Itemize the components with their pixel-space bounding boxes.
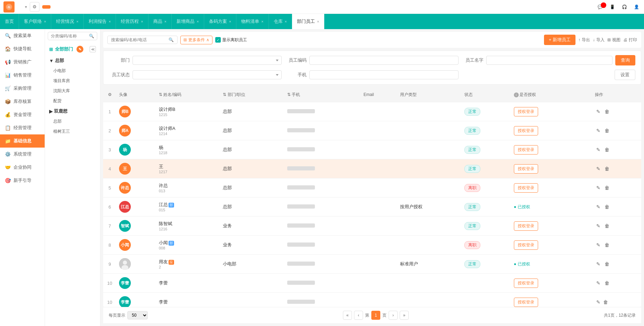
tab-operation[interactable]: 经营情况 × <box>51 14 83 29</box>
sidebar-item-quicknav[interactable]: 🏠 快捷导航 <box>0 42 45 55</box>
edit-button[interactable]: ✎ <box>595 299 602 306</box>
set-button[interactable]: 设置 <box>615 70 635 80</box>
tab-history[interactable]: 经营历程 × <box>116 14 148 29</box>
delete-button[interactable]: 🗑 <box>603 108 611 115</box>
th-phone[interactable]: ⇅ 手机 <box>284 87 361 102</box>
edit-button[interactable]: ✎ <box>595 280 602 287</box>
user-menu-button[interactable]: 👤 <box>634 5 641 9</box>
tab-barcode[interactable]: 条码方案 × <box>204 14 236 29</box>
sidebar-item-marketing[interactable]: 📢 营销推广 <box>0 55 45 69</box>
next-page-button[interactable]: › <box>389 311 398 320</box>
online-service-button[interactable]: 🎧 <box>622 5 628 9</box>
sidebar-item-system[interactable]: ⚙️ 系统管理 <box>0 148 45 161</box>
dept-group-zongbu[interactable]: ▼ 总部 <box>45 55 100 66</box>
all-dept-item[interactable]: ⊞ 全部部门 ✎ ≪ <box>45 43 100 55</box>
trial-button[interactable] <box>42 5 51 9</box>
show-retired-toggle[interactable]: ✓ 显示离职员工 <box>215 37 247 43</box>
delete-button[interactable]: 🗑 <box>603 222 611 229</box>
search-input[interactable] <box>111 37 166 42</box>
dept-search-box[interactable]: 🔍 <box>48 32 97 40</box>
auth-login-button[interactable]: 授权登录 <box>514 126 538 135</box>
delete-button[interactable]: 🗑 <box>603 165 611 172</box>
auth-login-button[interactable]: 授权登录 <box>514 145 538 155</box>
print-button[interactable]: 🖨 打印 <box>623 37 637 43</box>
more-filter-button[interactable]: ⊞ 更多条件 ∧ <box>180 36 212 44</box>
dept-collapse-button[interactable]: ≪ <box>90 46 96 52</box>
auth-login-button[interactable]: 授权登录 <box>514 107 538 116</box>
search-box[interactable]: 🔍 <box>107 36 178 44</box>
sidebar-item-inventory[interactable]: 📦 库存核算 <box>0 95 45 108</box>
tab-new-goods[interactable]: 新增商品 × <box>172 14 204 29</box>
edit-button[interactable]: ✎ <box>595 203 602 210</box>
edit-button[interactable]: ✎ <box>595 222 602 229</box>
edit-button[interactable]: ✎ <box>595 241 602 248</box>
sidebar-item-guide[interactable]: 🎯 新手引导 <box>0 174 45 187</box>
settings-gear-button[interactable]: ⚙ <box>30 2 39 12</box>
auth-login-button[interactable]: 授权登录 <box>514 221 538 231</box>
filter-input-emp-code[interactable] <box>309 56 459 65</box>
th-dept[interactable]: ⇅ 部门/职位 <box>220 87 284 102</box>
view-button[interactable]: ⊞ 视图 <box>607 37 620 43</box>
sidebar-item-purchase[interactable]: 🛒 采购管理 <box>0 82 45 95</box>
edit-button[interactable]: ✎ <box>595 108 602 115</box>
delete-button[interactable]: 🗑 <box>603 241 611 248</box>
dept-item-shenyang[interactable]: 沈阳大库 <box>45 86 100 96</box>
sidebar-item-collab[interactable]: 🤝 企业协同 <box>0 161 45 174</box>
auth-login-button[interactable]: 授权登录 <box>514 183 538 193</box>
tab-home[interactable]: 首页 <box>0 14 19 29</box>
tab-profit[interactable]: 利润报告 × <box>84 14 116 29</box>
message-button[interactable]: 💬 <box>598 5 604 9</box>
dept-item-xiaodiandian[interactable]: 小电部 <box>45 66 100 76</box>
dept-item-xiangmu[interactable]: 项目库房 <box>45 76 100 86</box>
dept-item-peihuo[interactable]: 配货 <box>45 96 100 106</box>
dept-item-zongbu2[interactable]: 总部 <box>45 116 100 126</box>
edit-button[interactable]: ✎ <box>595 127 602 134</box>
page-size-select[interactable]: 50 20 100 <box>127 311 148 319</box>
auth-login-button[interactable]: 授权登录 <box>514 164 538 174</box>
prev-prev-page-button[interactable]: « <box>343 311 352 320</box>
filter-input-emp-name[interactable] <box>486 56 613 65</box>
delete-button[interactable]: 🗑 <box>603 146 611 153</box>
sidebar-item-search[interactable]: 🔍 搜索菜单 <box>0 29 45 42</box>
sidebar-item-finance[interactable]: 💰 资金管理 <box>0 108 45 121</box>
dept-item-zhishu[interactable]: 植树王三 <box>45 126 100 136</box>
edit-button[interactable]: ✎ <box>595 184 602 191</box>
add-employee-button[interactable]: + 新增员工 <box>544 35 575 45</box>
sidebar-item-basic-info[interactable]: 📁 基础信息 <box>0 134 45 148</box>
dept-search-input[interactable] <box>51 34 89 38</box>
table-settings-icon[interactable]: ⚙ <box>106 91 114 98</box>
tab-bom[interactable]: 物料清单 × <box>236 14 269 29</box>
tab-dept-staff[interactable]: 部门员工 × <box>292 14 324 29</box>
auth-login-button[interactable]: 授权登录 <box>514 240 538 250</box>
filter-select-emp-status[interactable] <box>133 70 282 79</box>
delete-button[interactable]: 🗑 <box>603 127 611 134</box>
dept-edit-button[interactable]: ✎ <box>76 46 83 53</box>
delete-button[interactable]: 🗑 <box>603 203 611 210</box>
filter-input-phone[interactable] <box>309 70 459 79</box>
tab-customer[interactable]: 客户联络 × <box>19 14 51 29</box>
edit-button[interactable]: ✎ <box>595 165 602 172</box>
tab-warehouse[interactable]: 仓库 × <box>269 14 292 29</box>
auth-login-button[interactable]: 授权登录 <box>514 298 538 307</box>
sidebar-item-management[interactable]: 📋 经营管理 <box>0 121 45 134</box>
delete-button[interactable]: 🗑 <box>603 184 611 191</box>
sidebar-item-sales[interactable]: 📊 销售管理 <box>0 69 45 82</box>
tab-goods[interactable]: 商品 × <box>148 14 172 29</box>
auth-login-button[interactable]: 授权登录 <box>514 279 538 288</box>
query-button[interactable]: 查询 <box>615 55 635 65</box>
delete-button[interactable]: 🗑 <box>603 261 611 267</box>
app-download-button[interactable]: 📱 <box>610 5 616 9</box>
dept-group-shuangluxiang[interactable]: ▶ 双鹿想 <box>45 106 100 116</box>
delete-button[interactable]: 🗑 <box>602 299 609 306</box>
dropdown-arrow-icon[interactable]: ▾ <box>25 5 27 9</box>
export-button[interactable]: ↑ 导出 <box>578 37 590 43</box>
import-button[interactable]: ↓ 导入 <box>593 37 605 43</box>
edit-button[interactable]: ✎ <box>595 146 602 153</box>
last-page-button[interactable]: » <box>400 311 409 320</box>
edit-button[interactable]: ✎ <box>595 261 602 267</box>
th-gear[interactable]: ⚙ <box>103 87 116 102</box>
prev-page-button[interactable]: ‹ <box>354 311 363 320</box>
delete-button[interactable]: 🗑 <box>603 280 611 287</box>
filter-select-dept[interactable] <box>133 56 282 65</box>
th-name[interactable]: ⇅ 姓名/编码 <box>156 87 220 102</box>
